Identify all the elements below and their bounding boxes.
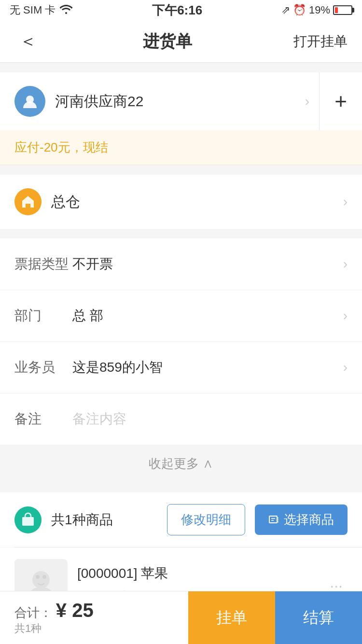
back-button[interactable]: ＜ xyxy=(14,25,42,58)
invoice-value: 不开票 xyxy=(72,255,338,273)
supplier-section: 河南供应商22 › + xyxy=(0,72,362,130)
remark-placeholder[interactable]: 备注内容 xyxy=(72,410,348,428)
warehouse-chevron-icon: › xyxy=(343,194,348,210)
products-header: 共1种商品 修改明细 选择商品 xyxy=(0,492,362,547)
open-pending-button[interactable]: 打开挂单 xyxy=(293,32,348,51)
svg-point-7 xyxy=(42,575,46,579)
collapse-label: 收起更多 ∧ xyxy=(149,456,213,471)
add-supplier-button[interactable]: + xyxy=(320,72,362,130)
salesperson-value: 这是859的小智 xyxy=(72,358,338,377)
department-chevron-icon: › xyxy=(343,308,348,323)
edit-detail-button[interactable]: 修改明细 xyxy=(167,504,245,535)
total-row: 合计： ¥ 25 xyxy=(14,600,174,621)
products-count: 共1种商品 xyxy=(51,511,157,529)
bottom-bar: 合计： ¥ 25 共1种 挂单 结算 xyxy=(0,591,362,644)
salesperson-label: 业务员 xyxy=(14,358,72,377)
wifi-icon xyxy=(59,3,73,17)
notice-text: 应付-20元，现结 xyxy=(14,140,108,154)
remark-label: 备注 xyxy=(14,410,72,428)
hang-button[interactable]: 挂单 xyxy=(188,591,275,644)
status-bar: 无 SIM 卡 下午6:16 ⇗ ⏰ 19% xyxy=(0,0,362,20)
svg-rect-1 xyxy=(26,204,30,208)
invoice-row[interactable]: 票据类型 不开票 › xyxy=(0,238,362,290)
department-label: 部门 xyxy=(14,307,72,325)
supplier-name: 河南供应商22 xyxy=(55,92,300,112)
total-amount: ¥ 25 xyxy=(56,600,94,621)
section-gap-2 xyxy=(0,165,362,175)
select-product-label: 选择商品 xyxy=(284,511,334,528)
invoice-chevron-icon: › xyxy=(343,256,348,272)
total-section: 合计： ¥ 25 共1种 xyxy=(0,591,188,644)
warehouse-section[interactable]: 总仓 › xyxy=(0,175,362,229)
section-gap-1 xyxy=(0,63,362,72)
salesperson-chevron-icon: › xyxy=(343,360,348,375)
department-row[interactable]: 部门 总 部 › xyxy=(0,290,362,342)
collapse-button[interactable]: 收起更多 ∧ xyxy=(0,445,362,483)
battery-fill xyxy=(335,7,338,13)
nav-bar: ＜ 进货单 打开挂单 xyxy=(0,20,362,63)
status-right: ⇗ ⏰ 19% xyxy=(281,4,352,16)
battery-icon xyxy=(333,5,352,15)
supplier-select[interactable]: 河南供应商22 › xyxy=(0,72,319,130)
hang-button-label: 挂单 xyxy=(216,607,247,629)
checkout-button-label: 结算 xyxy=(303,607,334,629)
svg-point-4 xyxy=(32,571,50,588)
supplier-chevron-icon: › xyxy=(305,94,309,109)
svg-point-6 xyxy=(36,575,40,579)
warehouse-name: 总仓 xyxy=(51,192,338,212)
remark-row[interactable]: 备注 备注内容 xyxy=(0,393,362,445)
form-section: 票据类型 不开票 › 部门 总 部 › 业务员 这是859的小智 › 备注 备注… xyxy=(0,238,362,445)
warehouse-icon xyxy=(14,188,42,215)
page-title: 进货单 xyxy=(143,30,192,53)
total-count: 共1种 xyxy=(14,621,174,636)
svg-rect-2 xyxy=(22,517,34,526)
product-title: 苹果 xyxy=(141,566,168,581)
battery-percentage: 19% xyxy=(309,4,330,16)
product-code: [0000001] xyxy=(77,566,141,581)
products-icon xyxy=(14,506,42,533)
alarm-icon: ⏰ xyxy=(293,4,306,16)
select-product-button[interactable]: 选择商品 xyxy=(255,504,348,535)
checkout-button[interactable]: 结算 xyxy=(275,591,362,644)
supplier-avatar xyxy=(14,86,45,117)
product-name: [0000001] 苹果 xyxy=(77,564,315,583)
section-gap-4 xyxy=(0,483,362,492)
notice-bar: 应付-20元，现结 xyxy=(0,130,362,165)
carrier-text: 无 SIM 卡 xyxy=(10,3,56,17)
salesperson-row[interactable]: 业务员 这是859的小智 › xyxy=(0,342,362,393)
section-gap-3 xyxy=(0,229,362,238)
invoice-label: 票据类型 xyxy=(14,255,72,273)
department-value: 总 部 xyxy=(72,307,338,325)
svg-rect-3 xyxy=(269,516,277,523)
location-icon: ⇗ xyxy=(281,4,290,16)
status-left: 无 SIM 卡 xyxy=(10,3,73,17)
status-time: 下午6:16 xyxy=(152,2,202,19)
total-label: 合计： xyxy=(14,605,52,620)
